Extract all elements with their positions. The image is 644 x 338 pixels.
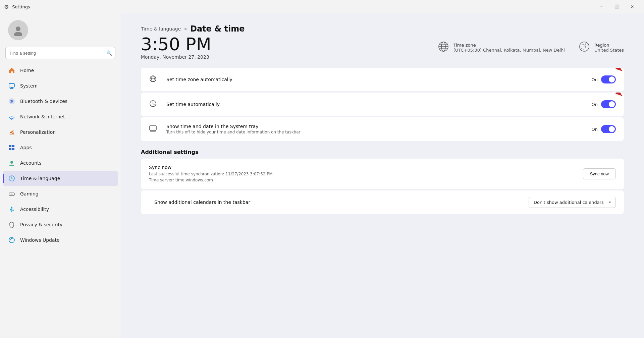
timezone-auto-title: Set time zone automatically	[166, 77, 592, 82]
sidebar-item-privacy[interactable]: Privacy & security	[3, 217, 118, 232]
app-body: 🔍 Home	[0, 13, 644, 338]
sync-button[interactable]: Sync now	[583, 168, 616, 179]
sidebar: 🔍 Home	[0, 13, 121, 338]
sidebar-item-gaming[interactable]: Gaming	[3, 186, 118, 201]
region-value: United States	[594, 48, 624, 53]
sidebar-avatar	[0, 13, 121, 46]
calendar-dropdown[interactable]: Don't show additional calendars ▾	[529, 197, 616, 208]
titlebar: ⚙ Settings − ⬜ ✕	[0, 0, 644, 13]
sidebar-item-update[interactable]: Windows Update	[3, 233, 118, 247]
svg-point-15	[12, 194, 13, 194]
main-content: Time & language > Date & time 3:50 PM Mo…	[121, 13, 644, 338]
svg-point-20	[580, 42, 589, 51]
svg-rect-10	[9, 148, 11, 150]
minimize-button[interactable]: −	[594, 1, 609, 12]
sidebar-item-bluetooth[interactable]: 𝔅 Bluetooth & devices	[3, 94, 118, 109]
sidebar-nav: Home System 𝔅	[0, 62, 121, 249]
sidebar-item-personalization[interactable]: Personalization	[3, 125, 118, 139]
svg-rect-27	[150, 130, 156, 131]
sidebar-item-bluetooth-label: Bluetooth & devices	[20, 99, 67, 104]
svg-rect-26	[150, 126, 156, 130]
timezone-auto-toggle-label: On	[592, 77, 598, 82]
current-time: 3:50 PM	[141, 36, 211, 53]
home-icon	[8, 67, 15, 74]
breadcrumb-separator: >	[183, 26, 187, 32]
timezone-auto-toggle[interactable]	[601, 75, 616, 83]
sidebar-item-home[interactable]: Home	[3, 63, 118, 78]
maximize-button[interactable]: ⬜	[609, 1, 625, 12]
accounts-icon	[8, 159, 15, 167]
calendar-row: Show additional calendars in the taskbar…	[141, 190, 624, 214]
sidebar-item-time-label: Time & language	[20, 176, 60, 181]
network-icon	[8, 113, 15, 120]
sync-title: Sync now	[149, 165, 583, 170]
bluetooth-icon: 𝔅	[8, 98, 15, 105]
sidebar-item-time[interactable]: Time & language	[3, 171, 118, 186]
tray-subtitle: Turn this off to hide your time and date…	[166, 130, 592, 134]
timezone-info: Time zone (UTC+05:30) Chennai, Kolkata, …	[437, 41, 565, 55]
set-timezone-auto-row: Set time zone automatically On	[141, 68, 624, 91]
tray-toggle-label: On	[592, 127, 598, 132]
svg-point-16	[11, 207, 12, 208]
tray-control: On	[592, 125, 616, 133]
sidebar-item-system[interactable]: System	[3, 78, 118, 93]
sidebar-item-gaming-label: Gaming	[20, 191, 39, 196]
sidebar-item-network[interactable]: Network & internet	[3, 109, 118, 124]
sidebar-item-personalization-label: Personalization	[20, 129, 56, 135]
svg-rect-4	[10, 88, 13, 89]
svg-rect-3	[11, 88, 13, 88]
settings-card-time-auto: Set time automatically On	[141, 93, 624, 116]
breadcrumb-parent[interactable]: Time & language	[141, 26, 181, 32]
titlebar-title: Settings	[12, 4, 590, 9]
time-auto-toggle-label: On	[592, 102, 598, 107]
svg-point-1	[14, 32, 22, 36]
svg-rect-8	[9, 145, 11, 147]
sidebar-item-accessibility[interactable]: Accessibility	[3, 202, 118, 217]
settings-card-tray: Show time and date in the System tray Tu…	[141, 117, 624, 141]
search-input[interactable]	[5, 47, 115, 59]
accessibility-icon	[8, 206, 15, 213]
region-icon	[578, 41, 590, 55]
window-controls: − ⬜ ✕	[594, 1, 640, 12]
calendar-label: Show additional calendars in the taskbar	[154, 200, 529, 205]
search-box[interactable]: 🔍	[5, 47, 115, 59]
settings-card-timezone: Set time zone automatically On	[141, 68, 624, 91]
sidebar-item-network-label: Network & internet	[20, 114, 65, 119]
close-button[interactable]: ✕	[625, 1, 640, 12]
time-display-area: 3:50 PM Monday, November 27, 2023	[141, 36, 211, 60]
additional-settings-label: Additional settings	[141, 149, 624, 155]
time-auto-toggle[interactable]	[601, 100, 616, 108]
privacy-icon	[8, 221, 15, 228]
show-time-tray-row: Show time and date in the System tray Tu…	[141, 117, 624, 141]
sidebar-item-system-label: System	[20, 83, 38, 89]
timezone-icon	[437, 41, 449, 55]
calendar-card: Show additional calendars in the taskbar…	[141, 190, 624, 214]
gaming-icon	[8, 190, 15, 198]
avatar	[8, 20, 28, 40]
sync-card: Sync now Last successful time synchroniz…	[141, 159, 624, 189]
sidebar-item-accounts[interactable]: Accounts	[3, 156, 118, 170]
svg-rect-9	[12, 145, 14, 147]
timezone-value: (UTC+05:30) Chennai, Kolkata, Mumbai, Ne…	[453, 48, 565, 53]
sync-last: Last successful time synchronization: 11…	[149, 171, 583, 183]
svg-point-7	[11, 119, 12, 120]
time-auto-control: On	[592, 100, 616, 108]
set-time-auto-row: Set time automatically On	[141, 93, 624, 116]
system-icon	[8, 82, 15, 90]
search-icon: 🔍	[106, 50, 112, 56]
svg-rect-11	[12, 148, 14, 150]
sidebar-item-accessibility-label: Accessibility	[20, 207, 49, 212]
tray-toggle[interactable]	[601, 125, 616, 133]
svg-text:𝔅: 𝔅	[10, 99, 13, 104]
chevron-down-icon: ▾	[609, 200, 611, 205]
apps-icon	[8, 144, 15, 151]
calendar-dropdown-value: Don't show additional calendars	[534, 200, 604, 205]
update-icon	[8, 236, 15, 244]
sidebar-item-apps-label: Apps	[20, 145, 32, 150]
svg-point-0	[16, 26, 20, 31]
settings-icon: ⚙	[4, 4, 9, 10]
time-language-icon	[8, 175, 15, 182]
sidebar-item-apps[interactable]: Apps	[3, 140, 118, 155]
region-label: Region	[594, 43, 624, 48]
svg-rect-2	[9, 83, 14, 87]
